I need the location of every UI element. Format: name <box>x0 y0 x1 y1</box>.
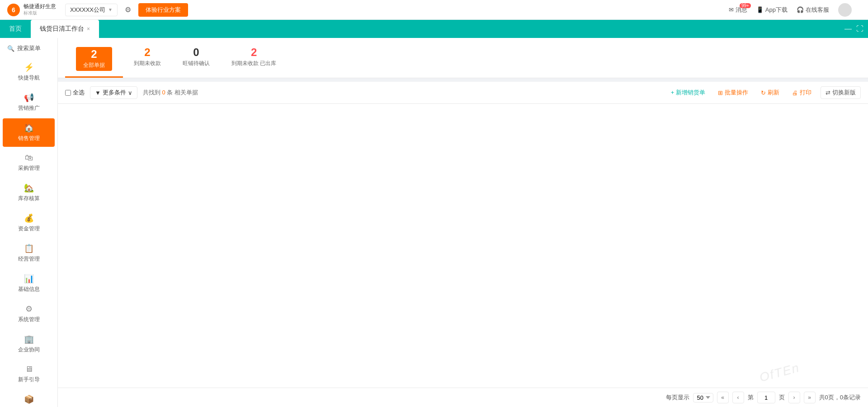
print-button[interactable]: 🖨 打印 <box>788 87 815 98</box>
tab-bar-actions: — ⛶ <box>844 25 868 33</box>
avatar[interactable] <box>838 3 852 17</box>
sidebar-item-label: 资金管理 <box>18 225 40 233</box>
found-unit: 条 <box>167 89 173 96</box>
tab-active[interactable]: 钱货日清工作台 × <box>31 20 99 38</box>
sidebar-item-label: 库存核算 <box>18 195 40 202</box>
stat-number-out: 2 <box>251 47 257 58</box>
select-all-label[interactable]: 全选 <box>65 89 85 97</box>
sidebar-item-label: 销售管理 <box>18 135 40 142</box>
refresh-icon: ↻ <box>761 89 766 96</box>
sidebar-item-basic-info[interactable]: 📊 基础信息 <box>3 269 55 298</box>
tab-maximize-icon[interactable]: ⛶ <box>856 25 863 33</box>
sidebar-item-label: 营销推广 <box>18 104 40 112</box>
guide-icon: 🖥 <box>25 365 33 374</box>
logo-area: 6 畅捷通好生意 标准版 <box>7 3 65 17</box>
filter-arrow-icon: ∨ <box>128 89 132 96</box>
sidebar-item-label: 企业协同 <box>18 346 40 354</box>
content-area: 2 全部单据 2 到期未收款 0 旺铺待确认 2 到期未收款 已出库 全选 <box>58 38 868 407</box>
stat-label-out: 到期未收款 已出库 <box>231 60 276 67</box>
stat-tab-all[interactable]: 2 全部单据 <box>65 43 123 78</box>
switch-label: 切换新版 <box>832 89 856 97</box>
pagination-summary: 共0页，0条记录 <box>819 393 861 402</box>
sidebar-item-purchase[interactable]: 🛍 采购管理 <box>3 149 55 177</box>
stat-number-pending: 0 <box>193 47 199 58</box>
per-page-select[interactable]: 50 <box>693 393 713 402</box>
add-order-label: + 新增销货单 <box>671 89 705 97</box>
sidebar: 🔍 搜索菜单 ⚡ 快捷导航 📢 营销推广 🏠 销售管理 🛍 采购管理 🏡 库存核… <box>0 38 58 407</box>
app-download-button[interactable]: 📱 App下载 <box>756 6 788 14</box>
phone-icon: 📱 <box>756 6 764 13</box>
sidebar-search[interactable]: 🔍 搜索菜单 <box>3 41 55 56</box>
page-input[interactable] <box>757 392 775 403</box>
app-version: 标准版 <box>24 10 56 16</box>
switch-version-button[interactable]: ⇄ 切换新版 <box>821 86 861 99</box>
sidebar-item-guide[interactable]: 🖥 新手引导 <box>3 360 55 388</box>
add-order-button[interactable]: + 新增销货单 <box>667 87 709 98</box>
page-suffix: 页 <box>779 393 785 402</box>
last-page-button[interactable]: » <box>804 392 816 403</box>
inventory-icon: 🏡 <box>24 183 34 193</box>
batch-operation-button[interactable]: ⊞ 批量操作 <box>714 87 752 98</box>
switch-icon: ⇄ <box>826 89 830 96</box>
stat-label-pending: 旺铺待确认 <box>183 60 210 67</box>
sidebar-item-system[interactable]: ⚙ 系统管理 <box>3 299 55 328</box>
stat-tab-pending[interactable]: 0 旺铺待确认 <box>172 43 221 78</box>
company-dropdown-arrow: ▼ <box>108 7 113 12</box>
page-label: 第 <box>748 393 754 402</box>
notifications-button[interactable]: ✉ 消息 99+ <box>729 6 747 14</box>
sidebar-item-sales[interactable]: 🏠 销售管理 <box>3 118 55 147</box>
header-right: ✉ 消息 99+ 📱 App下载 🎧 在线客服 <box>729 3 861 17</box>
found-prefix: 共找到 <box>143 89 160 96</box>
sidebar-item-label: 基础信息 <box>18 285 40 293</box>
filter-button[interactable]: ▼ 更多条件 ∨ <box>90 86 137 99</box>
sidebar-item-inventory[interactable]: 🏡 库存核算 <box>3 178 55 207</box>
sidebar-item-finance[interactable]: 💰 资金管理 <box>3 209 55 237</box>
found-count: 0 <box>162 89 165 96</box>
refresh-label: 刷新 <box>768 89 779 97</box>
filter-icon: ▼ <box>95 89 101 96</box>
stat-tab-overdue[interactable]: 2 到期未收款 <box>123 43 172 78</box>
top-header: 6 畅捷通好生意 标准版 XXXXXX公司 ▼ ⚙ 体验行业方案 ✉ 消息 99… <box>0 0 868 20</box>
tab-home-label: 首页 <box>9 25 22 33</box>
logo-icon: 6 <box>7 4 20 16</box>
stat-label-overdue: 到期未收款 <box>134 60 161 67</box>
notification-badge: 99+ <box>740 3 751 8</box>
select-all-checkbox[interactable] <box>65 90 71 96</box>
filter-label: 更多条件 <box>103 89 126 97</box>
sidebar-item-enterprise[interactable]: 🏢 企业协同 <box>3 330 55 358</box>
sidebar-search-label: 搜索菜单 <box>17 44 41 52</box>
stat-number-all: 2 <box>91 49 97 60</box>
headset-icon: 🎧 <box>797 6 804 13</box>
tab-home[interactable]: 首页 <box>0 20 31 38</box>
trial-button[interactable]: 体验行业方案 <box>138 3 188 17</box>
app-name: 畅捷通好生意 <box>24 3 56 10</box>
found-suffix: 相关单据 <box>175 89 198 96</box>
sidebar-item-marketing[interactable]: 📢 营销推广 <box>3 88 55 117</box>
notification-icon: ✉ <box>729 6 734 13</box>
print-label: 打印 <box>800 89 811 97</box>
sales-icon: 🏠 <box>24 123 34 133</box>
sidebar-item-app-center[interactable]: 📦 应用中心 <box>3 390 55 407</box>
company-selector[interactable]: XXXXXX公司 ▼ <box>65 4 118 16</box>
settings-button[interactable]: ⚙ <box>121 3 135 17</box>
marketing-icon: 📢 <box>24 93 34 103</box>
online-service-label: 在线客服 <box>806 6 829 14</box>
online-service-button[interactable]: 🎧 在线客服 <box>797 6 829 14</box>
tab-minimize-icon[interactable]: — <box>844 25 852 33</box>
sidebar-item-quick-nav[interactable]: ⚡ 快捷导航 <box>3 58 55 86</box>
stat-tab-out[interactable]: 2 到期未收款 已出库 <box>221 43 287 78</box>
sidebar-item-label: 经营管理 <box>18 255 40 263</box>
tab-close-icon[interactable]: × <box>87 26 90 32</box>
app-download-label: App下载 <box>765 6 788 14</box>
search-icon: 🔍 <box>7 45 14 52</box>
first-page-button[interactable]: « <box>717 392 729 403</box>
prev-page-button[interactable]: ‹ <box>732 392 744 403</box>
sidebar-item-label: 快捷导航 <box>18 74 40 82</box>
next-page-button[interactable]: › <box>788 392 800 403</box>
print-icon: 🖨 <box>792 89 798 96</box>
gear-icon: ⚙ <box>125 5 131 14</box>
stat-label-all: 全部单据 <box>83 61 105 69</box>
app-center-icon: 📦 <box>24 394 34 404</box>
sidebar-item-operations[interactable]: 📋 经营管理 <box>3 239 55 267</box>
refresh-button[interactable]: ↻ 刷新 <box>757 87 783 98</box>
